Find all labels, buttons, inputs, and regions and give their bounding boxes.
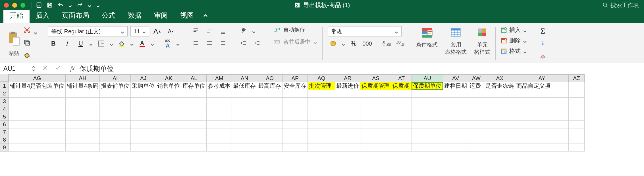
- cell-AV9[interactable]: [443, 144, 468, 152]
- column-header-AX[interactable]: AX: [484, 75, 515, 82]
- cell-AO5[interactable]: [257, 113, 282, 121]
- cell-AO6[interactable]: [257, 121, 282, 128]
- cell-AY3[interactable]: [515, 98, 569, 105]
- column-header-AQ[interactable]: AQ: [308, 75, 335, 82]
- number-format-combo[interactable]: 常规: [328, 26, 402, 36]
- column-header-AJ[interactable]: AJ: [131, 75, 156, 82]
- cell-AJ7[interactable]: [131, 128, 156, 136]
- cell-AY6[interactable]: [515, 121, 569, 128]
- cell-AI8[interactable]: [100, 136, 131, 144]
- name-box-stepper[interactable]: [32, 65, 36, 72]
- ribbon-collapse-icon[interactable]: [200, 9, 211, 23]
- cell-AX4[interactable]: [484, 105, 515, 113]
- cell-AZ8[interactable]: [569, 136, 585, 144]
- cell-AL9[interactable]: [181, 144, 207, 152]
- cell-AR2[interactable]: [335, 90, 360, 98]
- clear-icon[interactable]: [537, 51, 548, 61]
- align-center-icon[interactable]: [204, 38, 215, 48]
- tab-5[interactable]: 审阅: [148, 8, 174, 23]
- cell-AM9[interactable]: [207, 144, 232, 152]
- comma-icon[interactable]: 000: [362, 39, 373, 48]
- row-header-3[interactable]: 3: [0, 98, 9, 105]
- currency-icon[interactable]: [328, 39, 338, 48]
- home-icon[interactable]: [36, 2, 42, 8]
- select-all-corner[interactable]: [0, 74, 9, 82]
- redo-icon[interactable]: [77, 2, 83, 8]
- cell-AS1[interactable]: 保质期管理: [360, 82, 391, 90]
- cell-AK8[interactable]: [156, 136, 181, 144]
- column-header-AL[interactable]: AL: [181, 75, 207, 82]
- cell-AN8[interactable]: [232, 136, 257, 144]
- cell-AL8[interactable]: [181, 136, 207, 144]
- fill-icon[interactable]: [537, 39, 548, 48]
- column-header-AV[interactable]: AV: [443, 75, 468, 82]
- cell-AX9[interactable]: [484, 144, 515, 152]
- cell-AG2[interactable]: [9, 90, 66, 98]
- cell-AZ2[interactable]: [569, 90, 585, 98]
- cell-AX8[interactable]: [484, 136, 515, 144]
- cell-AK9[interactable]: [156, 144, 181, 152]
- delete-cells-button[interactable]: 删除: [501, 37, 527, 44]
- cell-AI4[interactable]: [100, 105, 131, 113]
- row-header-7[interactable]: 7: [0, 128, 9, 136]
- name-box[interactable]: AU1: [0, 63, 37, 74]
- cell-AH9[interactable]: [66, 144, 100, 152]
- cell-AW5[interactable]: [468, 113, 484, 121]
- merge-dropdown[interactable]: [313, 40, 317, 44]
- row-header-5[interactable]: 5: [0, 113, 9, 121]
- cell-AM6[interactable]: [207, 121, 232, 128]
- cell-AQ8[interactable]: [308, 136, 335, 144]
- cell-AT9[interactable]: [391, 144, 412, 152]
- cell-AT7[interactable]: [391, 128, 412, 136]
- cell-AR5[interactable]: [335, 113, 360, 121]
- cell-AP3[interactable]: [282, 98, 308, 105]
- cell-AH6[interactable]: [66, 121, 100, 128]
- cell-AW7[interactable]: [468, 128, 484, 136]
- align-middle-icon[interactable]: [204, 26, 215, 36]
- cell-AU6[interactable]: [412, 121, 443, 128]
- cell-AQ3[interactable]: [308, 98, 335, 105]
- merge-center-button[interactable]: 合并后居中: [273, 38, 317, 46]
- column-header-AO[interactable]: AO: [257, 75, 282, 82]
- cell-AS2[interactable]: [360, 90, 391, 98]
- cell-AG3[interactable]: [9, 98, 66, 105]
- cell-AZ9[interactable]: [569, 144, 585, 152]
- cell-AI6[interactable]: [100, 121, 131, 128]
- cell-AQ6[interactable]: [308, 121, 335, 128]
- font-name-combo[interactable]: 等线 Regular (正文): [48, 26, 128, 36]
- format-as-table-button[interactable]: 套用 表格格式: [445, 26, 467, 56]
- autosum-icon[interactable]: Σ: [537, 26, 548, 36]
- cell-AG4[interactable]: [9, 105, 66, 113]
- cell-AZ1[interactable]: [569, 82, 585, 90]
- cell-AH3[interactable]: [66, 98, 100, 105]
- cell-AO4[interactable]: [257, 105, 282, 113]
- cell-AV4[interactable]: [443, 105, 468, 113]
- tab-2[interactable]: 页面布局: [56, 8, 95, 23]
- cell-AW2[interactable]: [468, 90, 484, 98]
- cell-AU8[interactable]: [412, 136, 443, 144]
- cell-AQ7[interactable]: [308, 128, 335, 136]
- row-header-2[interactable]: 2: [0, 90, 9, 98]
- cell-AX5[interactable]: [484, 113, 515, 121]
- cell-AY9[interactable]: [515, 144, 569, 152]
- cell-AH2[interactable]: [66, 90, 100, 98]
- cell-AT2[interactable]: [391, 90, 412, 98]
- currency-dropdown[interactable]: [341, 42, 345, 46]
- cell-AT1[interactable]: 保质期: [391, 82, 412, 90]
- column-header-AR[interactable]: AR: [335, 75, 360, 82]
- cell-AX3[interactable]: [484, 98, 515, 105]
- cut-icon[interactable]: [23, 26, 31, 35]
- tab-4[interactable]: 数据: [122, 8, 148, 23]
- bold-button[interactable]: B: [48, 39, 59, 48]
- cell-AR1[interactable]: 最新进价: [335, 82, 360, 90]
- cell-AO2[interactable]: [257, 90, 282, 98]
- italic-button[interactable]: I: [62, 39, 72, 48]
- cell-AP7[interactable]: [282, 128, 308, 136]
- conditional-formatting-button[interactable]: 条件格式: [416, 26, 438, 48]
- cell-AI7[interactable]: [100, 128, 131, 136]
- cell-AU4[interactable]: [412, 105, 443, 113]
- cell-AS3[interactable]: [360, 98, 391, 105]
- cell-AP5[interactable]: [282, 113, 308, 121]
- paste-dropdown[interactable]: [34, 30, 38, 34]
- row-header-9[interactable]: 9: [0, 144, 9, 152]
